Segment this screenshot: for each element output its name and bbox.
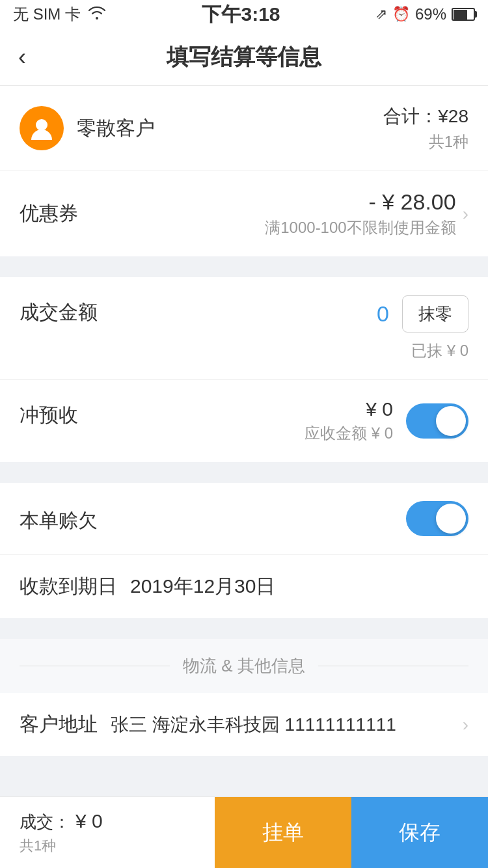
due-date-value: 2019年12月30日 [130, 573, 275, 600]
location-icon: ⇗ [375, 6, 387, 23]
deal-amount-label: 成交金额 [20, 295, 98, 326]
deal-amount-value: 0 [377, 301, 389, 326]
customer-name: 零散客户 [77, 115, 155, 142]
customer-avatar [20, 106, 64, 150]
coupon-desc: 满1000-100不限制使用金额 [265, 217, 455, 238]
divider-2 [0, 472, 488, 483]
footer-deal-label: 成交： [20, 811, 70, 834]
footer-bar: 成交： ¥ 0 共1种 挂单 保存 [0, 796, 488, 868]
due-date-row: 收款到期日 2019年12月30日 [0, 554, 488, 618]
customer-row: 零散客户 合计：¥28 共1种 [0, 86, 488, 170]
customer-right: 合计：¥28 共1种 [383, 104, 468, 152]
status-right: ⇗ ⏰ 69% [375, 5, 475, 23]
prepayment-amount-col: ¥ 0 应收金额 ¥ 0 [305, 398, 393, 444]
footer-deal-amount: ¥ 0 [75, 810, 103, 832]
deal-amount-row: 成交金额 0 抹零 已抹 ¥ 0 [0, 277, 488, 380]
round-zero-button[interactable]: 抹零 [402, 295, 468, 332]
coupon-value: - ¥ 28.00 满1000-100不限制使用金额 [265, 189, 455, 238]
footer-count: 共1种 [20, 836, 195, 856]
deal-amount-info: 0 [377, 301, 389, 327]
address-value: 张三 海淀永丰科技园 11111111111 [111, 712, 450, 737]
divider-3 [0, 629, 488, 639]
divider-1 [0, 267, 488, 277]
prepayment-right: ¥ 0 应收金额 ¥ 0 [305, 398, 468, 444]
coupon-right: - ¥ 28.00 满1000-100不限制使用金额 › [265, 189, 468, 238]
save-button[interactable]: 保存 [351, 797, 488, 868]
total-count: 共1种 [383, 131, 468, 152]
nav-bar: ‹ 填写结算等信息 [0, 29, 488, 86]
coupon-label: 优惠券 [20, 200, 78, 227]
prepayment-amount: ¥ 0 [305, 398, 393, 420]
battery-text: 69% [415, 5, 446, 23]
customer-section: 零散客户 合计：¥28 共1种 优惠券 - ¥ 28.00 满1000-100不… [0, 86, 488, 256]
due-date-label: 收款到期日 [20, 573, 117, 600]
deferred-toggle-knob [436, 504, 466, 534]
time-text: 下午3:18 [202, 1, 280, 28]
page-title: 填写结算等信息 [167, 42, 321, 72]
logistics-header: 物流 & 其他信息 [0, 639, 488, 693]
address-label: 客户地址 [20, 711, 98, 738]
back-button[interactable]: ‹ [18, 44, 26, 71]
deferred-toggle[interactable] [406, 501, 468, 536]
transaction-section: 成交金额 0 抹零 已抹 ¥ 0 冲预收 ¥ 0 应收金额 ¥ 0 [0, 277, 488, 462]
coupon-chevron-icon: › [463, 204, 468, 224]
logistics-line-right [318, 666, 468, 666]
deal-deducted: 已抹 ¥ 0 [411, 340, 468, 361]
status-left: 无 SIM 卡 [13, 4, 107, 25]
deferred-section: 本单赊欠 收款到期日 2019年12月30日 [0, 483, 488, 618]
alarm-icon: ⏰ [392, 6, 410, 23]
deferred-row: 本单赊欠 [0, 483, 488, 554]
prepayment-receivable: 应收金额 ¥ 0 [305, 423, 393, 444]
prepayment-label: 冲预收 [20, 398, 98, 429]
coupon-amount: - ¥ 28.00 [265, 189, 455, 215]
prepayment-row: 冲预收 ¥ 0 应收金额 ¥ 0 [0, 380, 488, 462]
hold-button[interactable]: 挂单 [215, 797, 351, 868]
battery-icon [452, 8, 475, 21]
customer-left: 零散客户 [20, 106, 155, 150]
status-bar: 无 SIM 卡 下午3:18 ⇗ ⏰ 69% [0, 0, 488, 29]
address-row[interactable]: 客户地址 张三 海淀永丰科技园 11111111111 › [0, 693, 488, 756]
footer-info: 成交： ¥ 0 共1种 [0, 797, 215, 868]
coupon-row[interactable]: 优惠券 - ¥ 28.00 满1000-100不限制使用金额 › [0, 170, 488, 256]
address-chevron-icon: › [463, 714, 468, 735]
logistics-text: 物流 & 其他信息 [183, 655, 305, 677]
wifi-icon [87, 5, 107, 23]
carrier-text: 无 SIM 卡 [13, 4, 81, 25]
svg-point-0 [36, 119, 47, 131]
address-section: 客户地址 张三 海淀永丰科技园 11111111111 › [0, 693, 488, 756]
prepayment-toggle[interactable] [406, 403, 468, 439]
prepayment-toggle-knob [436, 406, 466, 436]
logistics-line-left [20, 666, 170, 666]
total-amount: 合计：¥28 [383, 104, 468, 129]
deferred-label: 本单赊欠 [20, 504, 98, 534]
